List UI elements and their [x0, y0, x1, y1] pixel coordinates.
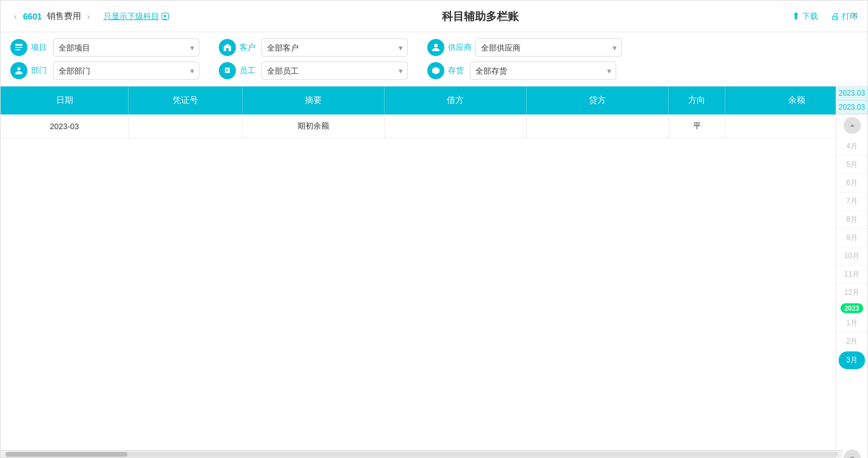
dept-label: 部门: [31, 65, 49, 76]
filter-item-inventory: 存货 全部存货: [427, 62, 616, 80]
page-title: 科目辅助多栏账: [169, 9, 792, 24]
dept-icon: [10, 62, 27, 79]
download-icon: ⬆: [792, 10, 800, 22]
scrollbar-track: [5, 452, 838, 457]
show-sub-arrow-icon: ▾: [162, 13, 169, 20]
timeline-month-item[interactable]: 2月: [836, 333, 867, 351]
filter-item-employee: 员工 全部员工: [219, 62, 408, 80]
timeline-month-item[interactable]: 11月: [836, 266, 867, 284]
timeline-month-item[interactable]: 10月: [836, 247, 867, 266]
horizontal-scrollbar[interactable]: [1, 450, 843, 457]
col-credit: 贷方: [527, 86, 669, 114]
filter-item-supplier: 供应商 全部供应商: [427, 38, 622, 57]
timeline-month-item[interactable]: 6月: [836, 174, 867, 192]
inventory-icon: [427, 62, 444, 79]
show-sub-label: 只显示下级科目: [104, 11, 159, 22]
project-icon: [10, 39, 27, 56]
filter-bar: 项目 全部项目 客户 全部客户: [1, 32, 867, 86]
col-direction: 方向: [669, 86, 725, 114]
filter-row-1: 项目 全部项目 客户 全部客户: [10, 38, 858, 57]
inventory-select-wrapper: 全部存货: [470, 62, 616, 80]
table-cell: [527, 114, 669, 138]
account-code: 6601: [21, 12, 44, 21]
header-actions: ⬆ 下载 🖨 打印: [792, 10, 858, 22]
download-button[interactable]: ⬆ 下载: [792, 10, 818, 22]
svg-rect-1: [15, 47, 23, 48]
download-label: 下载: [802, 11, 818, 22]
project-label: 项目: [31, 42, 49, 53]
table-wrapper[interactable]: 日期 凭证号 摘要 借方 贷方 方向 余额 2023-03期初余额平: [1, 86, 867, 447]
print-icon: 🖨: [830, 11, 839, 21]
table-cell: 2023-03: [1, 114, 129, 138]
col-voucher: 凭证号: [129, 86, 242, 114]
close-button[interactable]: ×: [851, 9, 858, 22]
timeline-header-1: 2023.03: [836, 86, 867, 100]
timeline-header-2: 2023.03: [836, 100, 867, 114]
timeline-year-badge: 2023: [841, 303, 863, 313]
project-select[interactable]: 全部项目: [53, 38, 199, 57]
timeline-panel: 2023.03 2023.03 4月5月6月7月8月9月10月11月12月202…: [836, 86, 867, 458]
employee-select-wrapper: 全部员工: [261, 62, 408, 80]
timeline-month-item[interactable]: 8月: [836, 211, 867, 229]
svg-rect-8: [226, 70, 229, 71]
svg-rect-9: [226, 71, 227, 72]
col-summary: 摘要: [242, 86, 384, 114]
header: ‹ 6601 销售费用 › 只显示下级科目 ▾ 科目辅助多栏账 ⬆ 下载 🖨 打…: [1, 1, 867, 32]
supplier-select-wrapper: 全部供应商: [475, 38, 622, 57]
timeline-month-item[interactable]: 12月: [836, 284, 867, 302]
filter-item-dept: 部门 全部部门: [10, 62, 199, 80]
svg-point-5: [18, 68, 21, 71]
timeline-up-button[interactable]: [844, 117, 861, 134]
svg-rect-7: [226, 69, 229, 69]
svg-rect-0: [15, 44, 23, 46]
inventory-label: 存货: [448, 65, 466, 76]
customer-select-wrapper: 全部客户: [261, 38, 408, 57]
prev-account-button[interactable]: ‹: [10, 10, 21, 23]
timeline-month-item[interactable]: 5月: [836, 156, 867, 174]
supplier-icon: [427, 39, 444, 56]
project-select-wrapper: 全部项目: [53, 38, 199, 57]
dept-select[interactable]: 全部部门: [53, 62, 199, 80]
table-cell: 期初余额: [242, 114, 384, 138]
employee-select[interactable]: 全部员工: [261, 62, 408, 80]
employee-icon: [219, 62, 236, 79]
scrollbar-thumb[interactable]: [5, 452, 127, 457]
show-sub-button[interactable]: 只显示下级科目 ▾: [104, 11, 169, 22]
customer-label: 客户: [240, 42, 258, 53]
main-content: 日期 凭证号 摘要 借方 贷方 方向 余额 2023-03期初余额平 2023.…: [1, 86, 867, 458]
account-name: 销售费用: [44, 11, 84, 22]
customer-select[interactable]: 全部客户: [261, 38, 408, 57]
table-row: 2023-03期初余额平: [1, 114, 867, 138]
svg-rect-3: [226, 48, 229, 51]
customer-icon: [219, 39, 236, 56]
col-debit: 借方: [384, 86, 526, 114]
svg-rect-2: [15, 49, 20, 51]
dept-select-wrapper: 全部部门: [53, 62, 199, 80]
employee-label: 员工: [240, 65, 258, 76]
timeline-months-list: 4月5月6月7月8月9月10月11月12月20231月2月3月: [836, 136, 867, 447]
inventory-select[interactable]: 全部存货: [470, 62, 616, 80]
timeline-down-button[interactable]: [844, 449, 861, 458]
timeline-month-item[interactable]: 4月: [836, 138, 867, 156]
filter-item-customer: 客户 全部客户: [219, 38, 408, 57]
main-window: ‹ 6601 销售费用 › 只显示下级科目 ▾ 科目辅助多栏账 ⬆ 下载 🖨 打…: [0, 0, 868, 458]
supplier-label: 供应商: [448, 42, 472, 53]
col-date: 日期: [1, 86, 129, 114]
table-cell: 平: [669, 114, 725, 138]
filter-item-project: 项目 全部项目: [10, 38, 199, 57]
table-cell: [384, 114, 526, 138]
next-account-button[interactable]: ›: [84, 10, 94, 23]
timeline-month-item[interactable]: 3月: [839, 351, 865, 370]
svg-point-4: [434, 44, 438, 48]
timeline-month-item[interactable]: 1月: [836, 314, 867, 333]
supplier-select[interactable]: 全部供应商: [475, 38, 622, 57]
timeline-month-item[interactable]: 7月: [836, 192, 867, 211]
table-cell: [129, 114, 242, 138]
timeline-month-item[interactable]: 9月: [836, 229, 867, 247]
filter-row-2: 部门 全部部门 员工: [10, 62, 858, 80]
ledger-table: 日期 凭证号 摘要 借方 贷方 方向 余额 2023-03期初余额平: [1, 86, 867, 138]
